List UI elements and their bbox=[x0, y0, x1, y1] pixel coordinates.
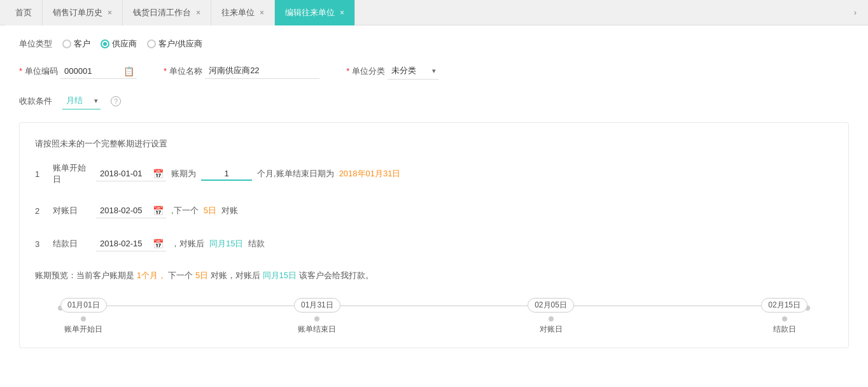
timeline-node-dot-2 bbox=[549, 316, 554, 321]
preview-highlight2: 5日 bbox=[195, 271, 208, 280]
unit-name-input[interactable] bbox=[205, 64, 319, 79]
setting-row-2: 2 对账日 📅 ,下一个 5日 对账 bbox=[35, 203, 833, 218]
tab-cash-work-label: 钱货日清工作台 bbox=[133, 7, 191, 18]
months-input[interactable] bbox=[201, 167, 252, 181]
help-icon[interactable]: ? bbox=[111, 96, 121, 106]
radio-both[interactable]: 客户/供应商 bbox=[147, 38, 202, 50]
timeline-node-3: 02月15日 结款日 bbox=[761, 298, 808, 335]
timeline-nodes: 01月01日 账单开始日 01月31日 账单结束日 02月05日 对账日 02月… bbox=[60, 298, 808, 335]
row-3-suffix: 结款 bbox=[248, 238, 265, 250]
unit-code-group: * 单位编码 📋 bbox=[19, 64, 137, 79]
payment-condition-row: 收款条件 月结 ▾ ? bbox=[19, 92, 849, 109]
settings-card: 请按照未来的一个完整帐期进行设置 1 账单开始日 📅 账期为 个月,账单结束日期… bbox=[19, 122, 849, 348]
radio-customer-circle bbox=[62, 39, 71, 48]
row-1-number: 1 bbox=[35, 169, 48, 179]
radio-supplier[interactable]: 供应商 bbox=[101, 38, 137, 50]
row-2-calendar-icon[interactable]: 📅 bbox=[153, 206, 164, 216]
preview-text: 账期预览：当前客户账期是 1个月， 下一个 5日 对账，对账后 同月15日 该客… bbox=[35, 269, 833, 283]
tab-partners[interactable]: 往来单位 × bbox=[211, 0, 275, 25]
radio-customer[interactable]: 客户 bbox=[62, 38, 90, 50]
card-title: 请按照未来的一个完整帐期进行设置 bbox=[35, 138, 833, 150]
payment-condition-label: 收款条件 bbox=[19, 95, 52, 107]
unit-info-row: * 单位编码 📋 * 单位名称 * 单位分类 未分类 ▾ bbox=[19, 62, 849, 80]
row-3-type: 结款日 bbox=[53, 238, 91, 250]
unit-category-select-wrapper: 未分类 ▾ bbox=[388, 62, 438, 80]
unit-code-label: 单位编码 bbox=[25, 66, 58, 77]
setting-row-3: 3 结款日 📅 ，对账后 同月15日 结款 bbox=[35, 236, 833, 251]
row-2-suffix: 对账 bbox=[221, 205, 238, 216]
row-2-date-wrapper: 📅 bbox=[96, 203, 166, 218]
unit-name-label: 单位名称 bbox=[169, 66, 202, 77]
unit-type-radio-group: 客户 供应商 客户/供应商 bbox=[62, 38, 202, 50]
timeline-container: 01月01日 账单开始日 01月31日 账单结束日 02月05日 对账日 02月… bbox=[35, 298, 833, 335]
radio-both-label: 客户/供应商 bbox=[158, 38, 202, 50]
timeline-node-label-3: 结款日 bbox=[773, 324, 796, 335]
row-1-suffix: 账期为 bbox=[171, 168, 196, 179]
unit-type-row: 单位类型 客户 供应商 客户/供应商 bbox=[19, 38, 849, 50]
row-3-number: 3 bbox=[35, 239, 48, 249]
timeline-node-1: 01月31日 账单结束日 bbox=[294, 298, 340, 335]
timeline-badge-3: 02月15日 bbox=[761, 298, 808, 313]
payment-condition-select-wrapper[interactable]: 月结 ▾ bbox=[62, 92, 101, 109]
timeline-node-label-2: 对账日 bbox=[540, 324, 563, 335]
unit-category-star: * bbox=[346, 66, 349, 76]
unit-type-label: 单位类型 bbox=[19, 38, 52, 50]
tab-cash-work-close[interactable]: × bbox=[196, 8, 200, 17]
page-content: 单位类型 客户 供应商 客户/供应商 * 单位编码 📋 bbox=[0, 25, 868, 387]
tab-sales-history[interactable]: 销售订单历史 × bbox=[43, 0, 123, 25]
radio-both-circle bbox=[147, 39, 156, 48]
preview-highlight3: 同月15日 bbox=[263, 271, 297, 280]
tabs-more-button[interactable]: › bbox=[848, 0, 863, 25]
timeline-node-dot-0 bbox=[81, 316, 86, 321]
timeline-node-dot-3 bbox=[782, 316, 787, 321]
row-1-date-wrapper: 📅 bbox=[96, 166, 166, 181]
preview-suffix: 该客户会给我打款。 bbox=[299, 271, 374, 280]
row-3-highlight: 同月15日 bbox=[209, 238, 243, 250]
tabs-bar: 首页 销售订单历史 × 钱货日清工作台 × 往来单位 × 编辑往来单位 × › bbox=[0, 0, 868, 25]
timeline-badge-2: 02月05日 bbox=[528, 298, 574, 313]
row-3-prefix: ，对账后 bbox=[171, 238, 204, 250]
timeline-badge-1: 01月31日 bbox=[294, 298, 340, 313]
row-1-calendar-icon[interactable]: 📅 bbox=[153, 169, 164, 179]
unit-code-input-wrapper: 📋 bbox=[60, 64, 137, 79]
preview-highlight1: 1个月， bbox=[137, 271, 166, 280]
row-1-type: 账单开始日 bbox=[53, 162, 91, 185]
unit-name-star: * bbox=[164, 66, 167, 76]
tab-cash-work[interactable]: 钱货日清工作台 × bbox=[123, 0, 211, 25]
preview-prefix: 账期预览：当前客户账期是 bbox=[35, 271, 134, 280]
timeline-node-0: 01月01日 账单开始日 bbox=[60, 298, 107, 335]
row-3-calendar-icon[interactable]: 📅 bbox=[153, 239, 164, 249]
timeline-node-dot-1 bbox=[314, 316, 319, 321]
timeline-node-label-0: 账单开始日 bbox=[64, 324, 102, 335]
timeline-node-2: 02月05日 对账日 bbox=[528, 298, 574, 335]
radio-supplier-label: 供应商 bbox=[112, 38, 137, 50]
row-2-prefix: ,下一个 bbox=[171, 205, 199, 216]
row-1-months-suffix: 个月,账单结束日期为 bbox=[257, 168, 334, 179]
timeline-badge-0: 01月01日 bbox=[60, 298, 107, 313]
row-2-type: 对账日 bbox=[53, 205, 91, 216]
row-2-number: 2 bbox=[35, 206, 48, 216]
unit-name-group: * 单位名称 bbox=[164, 64, 319, 79]
tab-home-label: 首页 bbox=[15, 7, 32, 18]
row-3-date-wrapper: 📅 bbox=[96, 236, 166, 251]
preview-middle: 下一个 bbox=[168, 271, 193, 280]
tab-edit-partner-close[interactable]: × bbox=[340, 8, 344, 17]
tab-partners-close[interactable]: × bbox=[260, 8, 264, 17]
tab-home[interactable]: 首页 bbox=[5, 0, 43, 25]
radio-supplier-circle bbox=[101, 39, 109, 48]
radio-customer-label: 客户 bbox=[74, 38, 90, 50]
tab-sales-history-close[interactable]: × bbox=[108, 8, 112, 17]
setting-row-1: 1 账单开始日 📅 账期为 个月,账单结束日期为 2018年01月31日 bbox=[35, 162, 833, 185]
preview-middle2: 对账，对账后 bbox=[211, 271, 260, 280]
unit-category-value: 未分类 bbox=[388, 62, 438, 80]
tab-edit-partner[interactable]: 编辑往来单位 × bbox=[275, 0, 355, 25]
payment-condition-value: 月结 bbox=[62, 92, 101, 109]
unit-code-calendar-icon[interactable]: 📋 bbox=[123, 66, 134, 76]
row-1-end-date: 2018年01月31日 bbox=[339, 168, 401, 179]
unit-code-star: * bbox=[19, 66, 22, 76]
row-2-highlight: 5日 bbox=[204, 205, 216, 216]
unit-category-group: * 单位分类 未分类 ▾ bbox=[346, 62, 438, 80]
tab-sales-history-label: 销售订单历史 bbox=[53, 7, 102, 18]
timeline-node-label-1: 账单结束日 bbox=[298, 324, 336, 335]
tab-edit-partner-label: 编辑往来单位 bbox=[285, 7, 335, 18]
